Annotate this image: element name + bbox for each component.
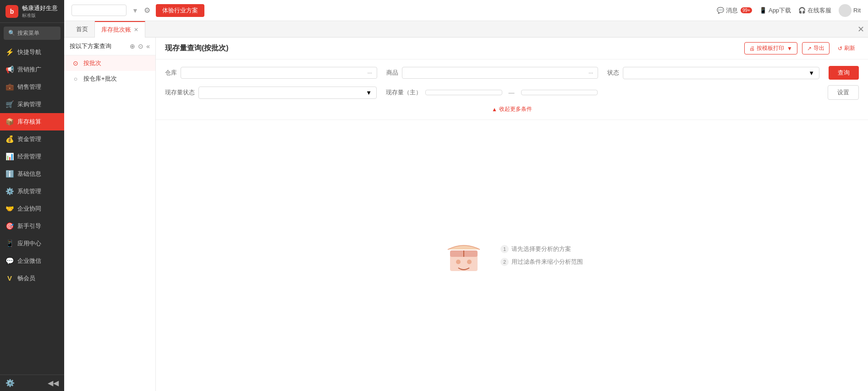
app-download-btn[interactable]: 📱 App下载 [759,6,791,15]
print-btn-label: 按模板打印 [757,44,784,52]
warehouse-input[interactable]: ··· [181,67,377,79]
query-btn[interactable]: 查询 [829,66,859,80]
topbar-left: ▼ ⚙ 体验行业方案 [71,4,204,17]
sidebar-item-enterprise[interactable]: 🤝 企业协同 [0,200,64,217]
sidebar-item-label: 营销推广 [17,65,41,74]
warehouse-label: 仓库 [165,69,177,77]
filter-row-2: 现存量状态 ▼ 现存量（主） — 设置 [165,85,859,100]
add-scheme-icon[interactable]: ⊕ [130,43,135,50]
empty-svg [441,232,487,278]
guide-icon: 🎯 [5,222,14,230]
sidebar-item-finance[interactable]: 💰 资金管理 [0,130,64,148]
product-input[interactable]: ··· [402,67,599,79]
message-btn[interactable]: 💬 消息 99+ [717,6,752,15]
stock-qty-range-max[interactable] [521,90,598,95]
scheme-item-batch[interactable]: ⊙ 按批次 [64,55,155,71]
product-more[interactable]: ··· [588,70,593,76]
scheme-item-warehouse-batch[interactable]: ○ 按仓库+批次 [64,71,155,87]
stock-status-label: 现存量状态 [165,88,195,97]
app-download-icon: 📱 [759,7,767,14]
experience-btn[interactable]: 体验行业方案 [156,4,204,17]
stock-status-select[interactable]: ▼ [198,87,377,99]
sidebar-item-purchase[interactable]: 🛒 采购管理 [0,96,64,113]
settings-footer-icon[interactable]: ⚙️ [5,379,15,387]
sidebar-item-wechat[interactable]: 💬 企业微信 [0,252,64,270]
collapse-row[interactable]: ▲ 收起更多条件 [165,105,859,113]
sidebar-item-app-center[interactable]: 📱 应用中心 [0,235,64,252]
collapse-panel-icon[interactable]: « [146,43,150,50]
svg-point-4 [467,260,472,264]
topbar-search-input[interactable] [71,5,126,16]
tab-home[interactable]: 首页 [70,21,95,38]
tab-inventory-batch[interactable]: 库存批次账 ✕ [95,21,145,38]
left-panel-title: 按以下方案查询 [70,42,111,50]
enterprise-icon: 🤝 [5,205,14,213]
sidebar-item-label: 畅会员 [17,274,35,282]
user-menu[interactable]: Rit [839,4,861,17]
finance-icon: 💰 [5,135,14,143]
sidebar-item-label: 应用中心 [17,239,41,248]
base-info-icon: ℹ️ [5,170,14,178]
sidebar-item-sales[interactable]: 💼 销售管理 [0,78,64,96]
sidebar-item-guide[interactable]: 🎯 新手引导 [0,217,64,235]
search-menu[interactable]: 🔍 搜索菜单 [4,27,60,40]
print-btn[interactable]: 🖨 按模板打印 ▼ [744,42,797,54]
sidebar-item-member[interactable]: V 畅会员 [0,270,64,287]
settings-btn[interactable]: 设置 [828,85,859,100]
print-dropdown-icon[interactable]: ▼ [787,45,792,52]
empty-tip-1: 1 请先选择要分析的方案 [500,245,583,253]
sidebar-nav: ⚡ 快捷导航 📢 营销推广 💼 销售管理 🛒 采购管理 📦 库存核算 💰 资金管… [0,43,64,375]
sidebar-item-label: 库存核算 [17,118,41,126]
right-panel: 现存量查询(按批次) 🖨 按模板打印 ▼ ↗ 导出 ↺ 刷新 [156,38,868,391]
scheme-warehouse-batch-label: 按仓库+批次 [83,75,117,83]
inventory-icon: 📦 [5,118,14,126]
sidebar-item-operations[interactable]: 📊 经营管理 [0,148,64,165]
empty-tips: 1 请先选择要分析的方案 2 用过滤条件来缩小分析范围 [500,245,583,266]
status-select[interactable]: ▼ [623,67,819,79]
export-btn-label: 导出 [813,44,824,52]
stock-qty-range-min[interactable] [425,90,502,95]
sidebar-item-inventory[interactable]: 📦 库存核算 [0,113,64,130]
sidebar-item-quick-nav[interactable]: ⚡ 快捷导航 [0,43,64,61]
stock-qty-label: 现存量（主） [386,88,422,97]
message-badge: 99+ [741,7,752,13]
filter-area: 仓库 ··· 商品 ··· 状态 [156,60,868,120]
scheme-inactive-icon: ○ [71,75,80,83]
sidebar-item-label: 基础信息 [17,170,41,178]
tip-2-num: 2 [500,258,509,266]
refresh-btn[interactable]: ↺ 刷新 [834,43,859,54]
status-dropdown-icon: ▼ [808,70,814,76]
empty-tip-2: 2 用过滤条件来缩小分析范围 [500,258,583,266]
scheme-batch-label: 按批次 [83,59,101,67]
app-download-label: App下载 [769,6,791,15]
app-subtitle: 标准版 [22,12,58,19]
settings-scheme-icon[interactable]: ⊙ [138,43,143,50]
online-service-btn[interactable]: 🎧 在线客服 [798,6,831,15]
user-name: Rit [853,7,861,14]
sidebar-item-marketing[interactable]: 📢 营销推广 [0,61,64,78]
marketing-icon: 📢 [5,65,14,74]
collapse-sidebar-icon[interactable]: ◀◀ [48,379,59,387]
tip-1-text: 请先选择要分析的方案 [511,245,571,253]
refresh-icon: ↺ [838,45,842,52]
tab-inventory-batch-label: 库存批次账 [101,26,131,34]
topbar-dropdown-icon[interactable]: ▼ [132,7,138,14]
stock-qty-range-separator: — [506,89,517,96]
operations-icon: 📊 [5,152,14,161]
message-icon: 💬 [717,7,724,14]
member-icon: V [5,274,14,282]
close-all-icon[interactable]: ✕ [857,24,864,34]
svg-point-3 [456,260,461,264]
sidebar-item-label: 资金管理 [17,135,41,143]
search-menu-label: 搜索菜单 [17,29,39,37]
sidebar-item-base-info[interactable]: ℹ️ 基础信息 [0,165,64,183]
print-icon: 🖨 [749,45,755,52]
empty-state: 1 请先选择要分析的方案 2 用过滤条件来缩小分析范围 [156,120,868,391]
sidebar-item-label: 系统管理 [17,187,41,196]
topbar-gear-icon[interactable]: ⚙ [144,6,150,15]
sidebar-item-system[interactable]: ⚙️ 系统管理 [0,183,64,200]
export-btn[interactable]: ↗ 导出 [802,42,830,54]
warehouse-more[interactable]: ··· [368,70,372,76]
online-service-icon: 🎧 [798,7,806,14]
tab-close-icon[interactable]: ✕ [134,27,138,33]
